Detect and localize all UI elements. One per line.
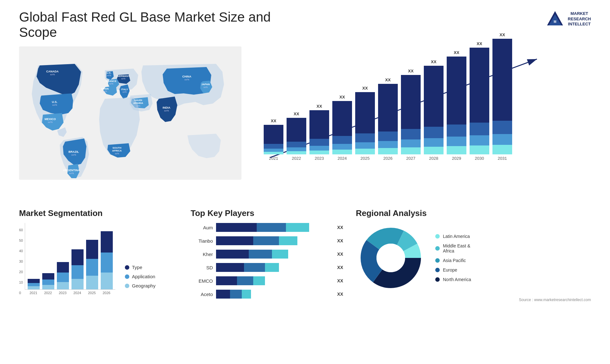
application-dot [125, 274, 129, 279]
svg-text:BRAZIL: BRAZIL [69, 150, 79, 153]
x-label-2026: 2026 [378, 156, 398, 161]
player-val-kher: XX [337, 252, 343, 257]
x-label-2031: 2031 [492, 156, 512, 161]
y-label-10: 10 [19, 280, 23, 284]
seg-x-2021: 2021 [27, 291, 39, 295]
svg-text:xx%: xx% [109, 83, 113, 85]
players-container: Top Key Players Aum XX Tianbo [191, 208, 343, 303]
svg-text:xx%: xx% [69, 172, 74, 175]
player-name-tianbo: Tianbo [191, 238, 213, 244]
seg-bar-2024 [71, 249, 84, 289]
mea-label: Middle East &Africa [443, 243, 470, 253]
regional-legend: Latin America Middle East &Africa Asia P… [435, 234, 471, 282]
x-label-2024: 2024 [332, 156, 352, 161]
reg-legend-latin: Latin America [435, 234, 471, 239]
reg-legend-europe: Europe [435, 267, 471, 273]
bottom-section: Market Segmentation 60 50 40 30 20 10 0 [19, 208, 591, 303]
x-label-2023: 2023 [309, 156, 329, 161]
seg-x-2025: 2025 [86, 291, 98, 295]
player-name-sd: SD [191, 265, 213, 270]
source-text: Source : www.marketresearchintellect.com [356, 298, 591, 302]
svg-text:xx%: xx% [48, 121, 52, 124]
seg-legend: Type Application Geography [122, 265, 155, 295]
svg-text:FRANCE: FRANCE [106, 80, 117, 83]
seg-x-2026: 2026 [100, 291, 112, 295]
x-label-2022: 2022 [287, 156, 306, 161]
player-name-emco: EMCO [191, 278, 213, 284]
logo-icon: M [546, 10, 565, 29]
mea-dot [435, 246, 440, 251]
seg-bar-2021 [28, 279, 40, 289]
svg-text:SPAIN: SPAIN [101, 87, 109, 90]
y-label-30: 30 [19, 260, 23, 263]
seg-bar-2026 [101, 231, 113, 289]
x-label-2027: 2027 [401, 156, 421, 161]
player-bar-tianbo [216, 236, 332, 245]
bar-group-2022: XX [287, 111, 306, 154]
x-label-2029: 2029 [447, 156, 466, 161]
player-val-aum: XX [337, 225, 343, 230]
main-title: Global Fast Red GL Base Market Size and … [19, 10, 305, 40]
x-label-2025: 2025 [355, 156, 375, 161]
bar-group-2030: XX [470, 41, 489, 154]
svg-text:M: M [554, 20, 556, 24]
player-name-aceto: Aceto [191, 292, 213, 297]
seg-bar-2023 [57, 262, 69, 289]
segmentation-title: Market Segmentation [19, 208, 178, 218]
svg-text:ARABIA: ARABIA [133, 102, 143, 104]
na-dot [435, 277, 440, 282]
svg-text:xx%: xx% [121, 78, 125, 80]
svg-text:xx%: xx% [50, 73, 55, 76]
regional-title: Regional Analysis [356, 208, 591, 218]
svg-text:xx%: xx% [52, 104, 57, 106]
bar-group-2021: XX [264, 118, 283, 154]
donut-area: Latin America Middle East &Africa Asia P… [356, 223, 591, 293]
top-section: CANADA xx% U.S. xx% MEXICO xx% BRAZIL xx… [19, 46, 591, 196]
legend-type-label: Type [132, 265, 142, 270]
segmentation-container: Market Segmentation 60 50 40 30 20 10 0 [19, 208, 178, 295]
player-row-aum: Aum XX [191, 223, 343, 232]
svg-text:xx%: xx% [115, 152, 119, 155]
bar-group-2023: XX [309, 104, 329, 154]
y-label-0: 0 [19, 291, 23, 295]
player-val-aceto: XX [337, 292, 343, 297]
reg-legend-mea: Middle East &Africa [435, 243, 471, 253]
regional-container: Regional Analysis [356, 208, 591, 302]
svg-text:xx%: xx% [107, 74, 111, 77]
player-row-sd: SD XX [191, 263, 343, 272]
svg-text:xx%: xx% [136, 105, 140, 107]
reg-legend-apac: Asia Pacific [435, 258, 471, 263]
x-label-2030: 2030 [470, 156, 489, 161]
logo-area: M MARKET RESEARCH INTELLECT [546, 10, 591, 29]
svg-text:INDIA: INDIA [163, 106, 171, 109]
donut-chart [356, 223, 426, 293]
latin-label: Latin America [443, 234, 470, 239]
bar-group-2026: XX [378, 78, 398, 154]
player-bar-aum [216, 223, 332, 232]
player-row-tianbo: Tianbo XX [191, 236, 343, 245]
seg-chart-area: 60 50 40 30 20 10 0 [19, 223, 178, 295]
player-val-tianbo: XX [337, 238, 343, 243]
y-label-60: 60 [19, 228, 23, 232]
seg-x-2022: 2022 [42, 291, 54, 295]
player-name-aum: Aum [191, 225, 213, 230]
y-label-20: 20 [19, 270, 23, 274]
svg-text:xx%: xx% [103, 90, 107, 92]
bar-group-2027: XX [401, 69, 421, 154]
legend-geography: Geography [125, 283, 155, 288]
player-row-aceto: Aceto XX [191, 290, 343, 299]
svg-text:ARGENTINA: ARGENTINA [63, 169, 80, 172]
svg-text:xx%: xx% [71, 153, 76, 156]
bar-group-2029: XX [447, 50, 466, 154]
player-bar-aceto [216, 290, 332, 299]
x-label-2021: 2021 [264, 156, 283, 161]
svg-text:U.K.: U.K. [106, 71, 112, 74]
player-row-emco: EMCO XX [191, 276, 343, 285]
bar-group-2028: XX [424, 59, 444, 154]
svg-text:CANADA: CANADA [46, 70, 59, 73]
europe-label: Europe [443, 267, 457, 273]
bar-group-2024: XX [332, 95, 352, 154]
type-dot [125, 265, 129, 270]
svg-text:JAPAN: JAPAN [201, 83, 210, 86]
y-label-50: 50 [19, 239, 23, 242]
